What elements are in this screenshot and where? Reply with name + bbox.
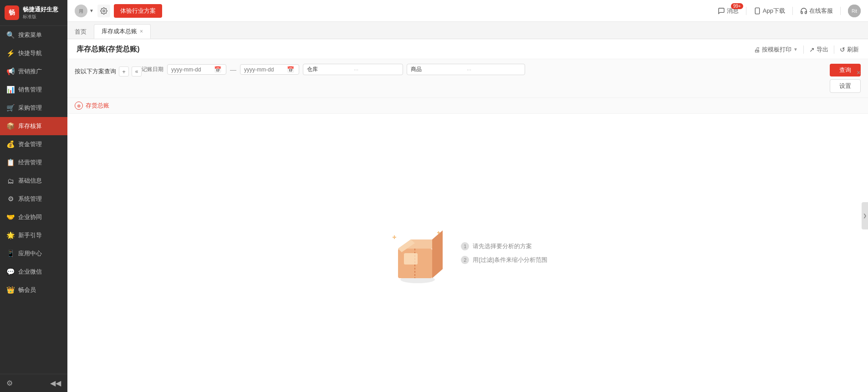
page-header: 库存总账(存货总账) 🖨 按模板打印 ▼ ↗ 导出 ↺ 刷新 [67, 39, 868, 59]
warehouse-more-icon[interactable]: ··· [354, 66, 399, 73]
sidebar-item-search[interactable]: 🔍 搜索菜单 [0, 26, 67, 44]
filter-date-row: 记账日期 📅 — 📅 仓库 ··· [142, 64, 525, 75]
filter-label: 按以下方案查询 [75, 67, 116, 76]
sidebar-item-funds[interactable]: 💰 资金管理 [0, 135, 67, 153]
date-to-input[interactable]: 📅 [240, 64, 299, 75]
svg-marker-10 [432, 230, 443, 278]
sidebar-item-sales[interactable]: 📊 销售管理 [0, 81, 67, 99]
topbar-user-area[interactable]: 用 ▼ [75, 5, 94, 17]
date-separator: — [230, 66, 236, 73]
collapse-icon: « [135, 68, 138, 75]
sidebar-item-wechat[interactable]: 💬 企业微信 [0, 263, 67, 281]
export-button[interactable]: ↗ 导出 [809, 46, 828, 54]
member-icon: 👑 [6, 286, 15, 294]
system-icon: ⚙ [6, 195, 15, 203]
settings-button[interactable]: 设置 [830, 79, 861, 93]
user-avatar-small: 用 [75, 5, 87, 17]
user-avatar-right: Rit [848, 5, 861, 17]
scheme-item-label: 存货总账 [86, 102, 109, 110]
date-to-field[interactable] [244, 66, 285, 73]
appcenter-icon: 📱 [6, 249, 15, 258]
topbar-divider-1 [746, 7, 746, 15]
sidebar-item-marketing[interactable]: 📢 营销推广 [0, 62, 67, 81]
search-icon: 🔍 [6, 31, 15, 39]
scheme-list: ⊕ 存货总账 [67, 98, 868, 114]
sidebar-item-appcenter[interactable]: 📱 应用中心 [0, 244, 67, 263]
sidebar-bottom: ⚙ ◀◀ [0, 374, 67, 392]
print-button[interactable]: 🖨 按模板打印 ▼ [754, 46, 798, 54]
sidebar: 畅 畅捷通好生意 标准版 🔍 搜索菜单 ⚡ 快捷导航 📢 营销推广 📊 销售管理… [0, 0, 67, 392]
online-service-label: 在线客服 [809, 7, 833, 15]
date-from-input[interactable]: 📅 [167, 64, 226, 75]
online-service-button[interactable]: 在线客服 [800, 7, 833, 15]
topbar-gear-button[interactable] [97, 5, 110, 17]
sidebar-item-basic[interactable]: 🗂 基础信息 [0, 172, 67, 190]
page-title: 库存总账(存货总账) [77, 45, 140, 54]
right-panel-toggle[interactable]: ❯ [862, 202, 868, 229]
warehouse-select[interactable]: 仓库 ··· [303, 64, 403, 75]
print-icon: 🖨 [754, 46, 760, 53]
export-icon: ↗ [809, 46, 815, 53]
date-from-field[interactable] [171, 66, 212, 73]
content-area: 库存总账(存货总账) 🖨 按模板打印 ▼ ↗ 导出 ↺ 刷新 [67, 39, 868, 392]
topbar-user-right[interactable]: Rit [848, 5, 861, 17]
calendar-from-icon[interactable]: 📅 [214, 66, 221, 73]
tab-home[interactable]: 首页 [67, 24, 94, 39]
sidebar-nav: 🔍 搜索菜单 ⚡ 快捷导航 📢 营销推广 📊 销售管理 🛒 采购管理 📦 库存核… [0, 26, 67, 374]
right-panel-toggle-icon: ❯ [863, 213, 867, 218]
goods-select[interactable]: 商品 ··· [407, 64, 525, 75]
logo-text: 畅捷通好生意 标准版 [23, 6, 58, 20]
empty-illustration [388, 226, 443, 280]
sidebar-item-newguide[interactable]: 🌟 新手引导 [0, 226, 67, 244]
logo-icon: 畅 [5, 5, 19, 20]
calendar-to-icon[interactable]: 📅 [287, 66, 294, 73]
step-2-num: 2 [461, 256, 469, 264]
tab-close-icon[interactable]: × [140, 28, 143, 35]
tab-inventory-ledger[interactable]: 库存成本总账 × [94, 24, 151, 39]
header-divider-2 [834, 46, 834, 54]
empty-hint-1: 1 请先选择要分析的方案 [461, 242, 547, 250]
sidebar-item-operation[interactable]: 📋 经营管理 [0, 153, 67, 172]
empty-box-svg [388, 226, 447, 285]
empty-hints: 1 请先选择要分析的方案 2 用[过滤]条件来缩小分析范围 [461, 242, 547, 264]
trial-button[interactable]: 体验行业方案 [114, 4, 162, 18]
app-download-button[interactable]: App下载 [754, 7, 785, 15]
filter-collapse-button[interactable]: « [132, 66, 142, 76]
funds-icon: 💰 [6, 140, 15, 148]
basic-icon: 🗂 [6, 177, 15, 185]
inventory-icon: 📦 [6, 122, 15, 130]
sidebar-item-system[interactable]: ⚙ 系统管理 [0, 190, 67, 208]
app-download-label: App下载 [763, 7, 785, 15]
topbar-right: 消息 99+ App下载 在线客服 [718, 5, 861, 17]
settings-bottom-icon[interactable]: ⚙ [6, 379, 13, 387]
filter-add-button[interactable]: + [119, 66, 129, 76]
sales-icon: 📊 [6, 86, 15, 94]
action-buttons: 查询 设置 [830, 64, 861, 93]
sidebar-item-purchase[interactable]: 🛒 采购管理 [0, 99, 67, 117]
main-area: 用 ▼ 体验行业方案 消息 99+ [67, 0, 868, 392]
date-label: 记账日期 [142, 66, 163, 73]
filter-label-section: 按以下方案查询 + « [75, 64, 142, 76]
message-button[interactable]: 消息 99+ [718, 7, 739, 15]
scheme-item-icon: ⊕ [75, 102, 83, 110]
filter-bar: 按以下方案查询 + « 记账日期 📅 — [67, 59, 868, 98]
sidebar-item-enterprise[interactable]: 🤝 企业协同 [0, 208, 67, 226]
header-divider-1 [803, 46, 804, 54]
panel-close-button[interactable]: × [857, 69, 861, 77]
step-1-num: 1 [461, 242, 469, 250]
goods-more-icon[interactable]: ··· [467, 66, 521, 73]
newguide-icon: 🌟 [6, 231, 15, 239]
svg-rect-3 [755, 8, 759, 14]
collapse-icon[interactable]: ◀◀ [50, 379, 61, 387]
sidebar-item-inventory[interactable]: 📦 库存核算 [0, 117, 67, 135]
sidebar-item-member[interactable]: 👑 畅会员 [0, 281, 67, 299]
step-1-text: 请先选择要分析的方案 [473, 242, 532, 250]
scheme-item-inventory-ledger[interactable]: ⊕ 存货总账 [75, 102, 109, 110]
svg-text:用: 用 [79, 9, 83, 14]
svg-rect-13 [404, 253, 418, 265]
warehouse-label: 仓库 [307, 66, 352, 73]
refresh-button[interactable]: ↺ 刷新 [840, 46, 859, 54]
empty-state: 1 请先选择要分析的方案 2 用[过滤]条件来缩小分析范围 [67, 114, 868, 392]
sidebar-item-shortcut[interactable]: ⚡ 快捷导航 [0, 44, 67, 62]
wechat-icon: 💬 [6, 268, 15, 276]
